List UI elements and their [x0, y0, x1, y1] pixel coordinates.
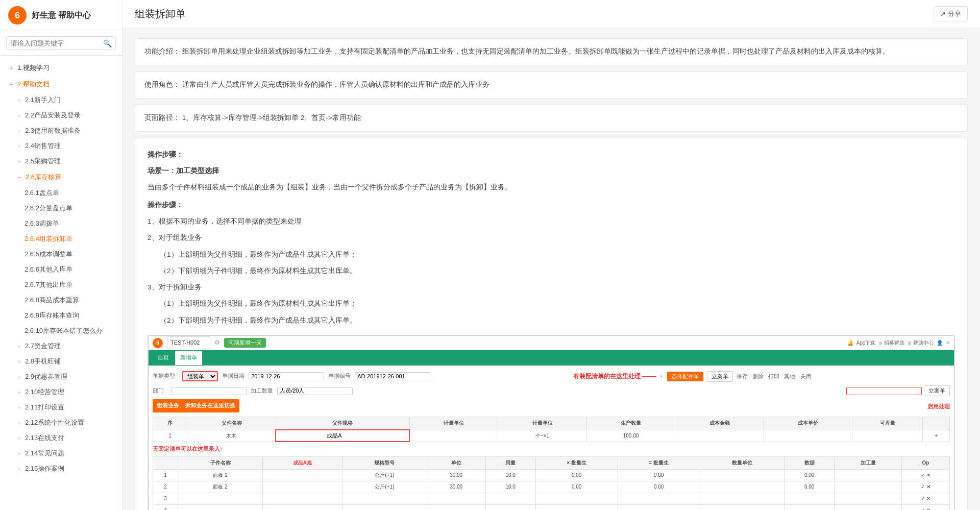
path-label: 页面路径： — [144, 114, 180, 122]
mock-child-row-2: 2 面板 2 公斤(+1) 30.00 10.0 0.00 0.00 0 — [153, 481, 950, 493]
screenshot-image: 6 TEST-H002 ⚙ 同期新增一天 🔔 App下载 ⊙ 招募帮助 ⊙ 帮助… — [148, 335, 955, 510]
mock-status-input[interactable] — [846, 387, 922, 395]
step1: 1、根据不同的业务，选择不同单据的类型来处理 — [148, 215, 955, 228]
mock-child-table: 子件名称 成品A规 规格型号 单位 用量 × 批量生 = 批量生 数量单位 数据 — [153, 456, 950, 510]
main-content: 操作步骤： 场景一：加工类型选择 当由多个子件材料组装成一个成品的业务为【组装】… — [135, 138, 968, 510]
mock-help-center-icon: ⊙ 帮助中心 — [908, 338, 934, 348]
mock-child-row-3: 3 — [153, 493, 950, 504]
step2-1: （1）上部明细为父件明细，最终作为产成品生成其它入库单； — [148, 249, 955, 261]
main-header: 组装拆卸单 ↗ 分享 — [122, 0, 980, 28]
mock-type-select[interactable]: 组装单 拆卸单 — [182, 371, 218, 381]
mock-nav-tabs: 自页 新增单 — [153, 351, 202, 365]
sidebar-item-2-10[interactable]: ＋ 2.10经营管理 — [0, 384, 122, 400]
step2-2: （2）下部明细为子件明细，最终作为原材料生成其它出库单。 — [148, 265, 955, 277]
role-block: 使用角色： 通常由生产人员或库管人员完成拆装业务的操作，库管人员确认原材料的出库… — [135, 71, 968, 99]
mock-new-btn[interactable]: 同期新增一天 — [224, 338, 266, 348]
role-text: 通常由生产人员或库管人员完成拆装业务的操作，库管人员确认原材料的出库和产成品的入… — [182, 81, 489, 88]
mock-annotation1: 有装配清单的在这里处理 — [573, 373, 641, 380]
mock-right-icons: 🔔 App下载 ⊙ 招募帮助 ⊙ 帮助中心 👤 ✕ — [847, 338, 950, 348]
mock-bell-icon: 🔔 — [847, 338, 853, 348]
sidebar-item-2-6-4[interactable]: 2.6.4组装拆卸单 — [0, 231, 122, 247]
mock-approve-btn[interactable]: 立案单 — [924, 385, 950, 396]
collapse-2-6-icon: － — [16, 173, 22, 182]
collapse-icon: － — [8, 80, 14, 89]
sidebar-item-2-12[interactable]: ＋ 2.12系统个性化设置 — [0, 415, 122, 430]
mock-tab-home[interactable]: 自页 — [153, 351, 174, 365]
mock-th-parent-name: 父件名称 — [187, 417, 276, 430]
scenario-desc: 当由多个子件材料组装成一个成品的业务为【组装】业务，当由一个父件拆分成多个子产品… — [148, 181, 955, 193]
sidebar-item-video[interactable]: ＋ 1.视频学习 — [0, 60, 122, 76]
sidebar-item-2-11[interactable]: ＋ 2.11打印设置 — [0, 400, 122, 415]
mock-qty-input[interactable] — [277, 387, 353, 395]
sub-plus-icon-2-12: ＋ — [16, 419, 22, 427]
mock-confirm-btn[interactable]: 立案单 — [707, 371, 733, 382]
sidebar-item-2-6-8[interactable]: 2.6.8商品成本重算 — [0, 293, 122, 308]
func-intro-label: 功能介绍： — [144, 47, 180, 55]
func-intro-text: 组装拆卸单用来处理企业组装或拆卸等加工业务，支持有固定装配清单的产品加工业务，也… — [182, 47, 890, 55]
sidebar-header: 6 好生意 帮助中心 — [0, 0, 122, 31]
sub-plus-icon: ＋ — [16, 127, 22, 135]
scenario-heading: 场景一：加工类型选择 — [148, 167, 219, 175]
share-button[interactable]: ↗ 分享 — [934, 6, 968, 21]
mock-parent-row-1: 1 木木 个~×1 100.00 + — [153, 430, 950, 442]
sidebar-item-2-2[interactable]: ＋ 2.2产品安装及登录 — [0, 108, 122, 123]
sidebar-item-2-13[interactable]: ＋ 2.13在线支付 — [0, 430, 122, 446]
sidebar-item-2-5[interactable]: ＋ 2.5采购管理 — [0, 154, 122, 169]
mock-settings-icon: ⚙ — [214, 337, 220, 349]
sidebar-item-2-6-5[interactable]: 2.6.5成本调整单 — [0, 247, 122, 262]
mock-content-area: 单据类型 组装单 拆卸单 单据日期 单据编号 有装配清单的在这里 — [149, 366, 954, 510]
mock-date-input[interactable] — [249, 372, 324, 380]
sidebar-item-2-8[interactable]: ＋ 2.8手机旺铺 — [0, 354, 122, 369]
sidebar-item-video-label: 1.视频学习 — [17, 63, 50, 72]
sub-plus-icon-2-14: ＋ — [16, 450, 22, 457]
sidebar-item-2-15[interactable]: ＋ 2.15操作案例 — [0, 461, 122, 476]
mock-th-unit: 计量单位 — [409, 417, 498, 430]
sidebar-item-2-1[interactable]: ＋ 2.1新手入门 — [0, 92, 122, 108]
mock-th-cost-amt: 成本金额 — [675, 417, 764, 430]
mock-help-icon: ⊙ 招募帮助 — [878, 338, 904, 348]
mock-org-dropdown: TEST-H002 — [167, 336, 210, 350]
sidebar-item-docs[interactable]: － 2.帮助文档 — [0, 76, 122, 92]
step3: 3、对于拆卸业务 — [148, 281, 955, 294]
sidebar-item-2-7[interactable]: ＋ 2.7资金管理 — [0, 338, 122, 354]
sidebar-item-2-6-1[interactable]: 2.6.1盘点单 — [0, 185, 122, 201]
sidebar-item-2-6[interactable]: － 2.6库存核算 — [0, 169, 122, 185]
mock-annotation-wrap: 有装配清单的在这里处理 ——→ 选择配件单 立案单 保存 删除 打印 其他 关闭 — [434, 370, 950, 382]
mock-type-label: 单据类型 — [153, 371, 178, 381]
sub-plus-icon: ＋ — [16, 112, 22, 119]
mock-dept-input[interactable] — [171, 387, 247, 395]
sidebar-item-2-6-3[interactable]: 2.6.3调拨单 — [0, 216, 122, 231]
ops-heading-2: 操作步骤： — [148, 201, 183, 209]
sidebar-item-2-14[interactable]: ＋ 2.14常见问题 — [0, 446, 122, 461]
mock-ui: 6 TEST-H002 ⚙ 同期新增一天 🔔 App下载 ⊙ 招募帮助 ⊙ 帮助… — [148, 335, 954, 510]
sidebar-item-2-6-2[interactable]: 2.6.2分量盘点单 — [0, 201, 122, 216]
sub-plus-icon: ＋ — [16, 158, 22, 165]
2-6-submenu: 2.6.1盘点单 2.6.2分量盘点单 2.6.3调拨单 2.6.4组装拆卸单 … — [0, 185, 122, 338]
sidebar-item-2-9[interactable]: ＋ 2.9优惠券管理 — [0, 369, 122, 384]
sidebar-item-2-6-7[interactable]: 2.6.7其他出库单 — [0, 277, 122, 293]
step2: 2、对于组装业务 — [148, 232, 955, 244]
mock-user-icon: 👤 — [937, 338, 943, 348]
mock-form-row-2: 部门 加工数量 立案单 — [153, 385, 950, 396]
sidebar-item-2-6-6[interactable]: 2.6.6其他入库单 — [0, 262, 122, 277]
mock-date-label: 单据日期 — [222, 371, 244, 381]
mock-select-bom-btn[interactable]: 选择配件单 — [667, 372, 703, 381]
search-input[interactable] — [6, 36, 116, 50]
sub-plus-icon-2-15: ＋ — [16, 465, 22, 473]
app-title: 好生意 帮助中心 — [32, 10, 91, 21]
mock-nav-bar: 自页 新增单 — [149, 350, 954, 366]
sidebar-item-2-6-9[interactable]: 2.6.9库存账本查询 — [0, 308, 122, 323]
sidebar-item-2-3[interactable]: ＋ 2.3使用前数据准备 — [0, 123, 122, 138]
sub-plus-icon-2-9: ＋ — [16, 373, 22, 381]
mock-tab-new[interactable]: 新增单 — [175, 351, 202, 365]
logo-icon: 6 — [8, 6, 27, 25]
mock-close-icon: ✕ — [946, 338, 950, 348]
mock-assemble-label: 组装业务、拆卸业务在这里切换 — [153, 399, 239, 412]
mock-form-row-1: 单据类型 组装单 拆卸单 单据日期 单据编号 有装配清单的在这里 — [153, 370, 950, 382]
mock-billno-input[interactable] — [355, 372, 430, 380]
search-icon[interactable]: 🔍 — [103, 39, 112, 47]
sidebar-item-2-4[interactable]: ＋ 2.4销售管理 — [0, 138, 122, 154]
sidebar-item-2-6-10[interactable]: 2.6.10库存账本错了怎么办 — [0, 323, 122, 338]
page-title: 组装拆卸单 — [135, 7, 186, 21]
mock-th-unit2: 计量单位 — [498, 417, 587, 430]
